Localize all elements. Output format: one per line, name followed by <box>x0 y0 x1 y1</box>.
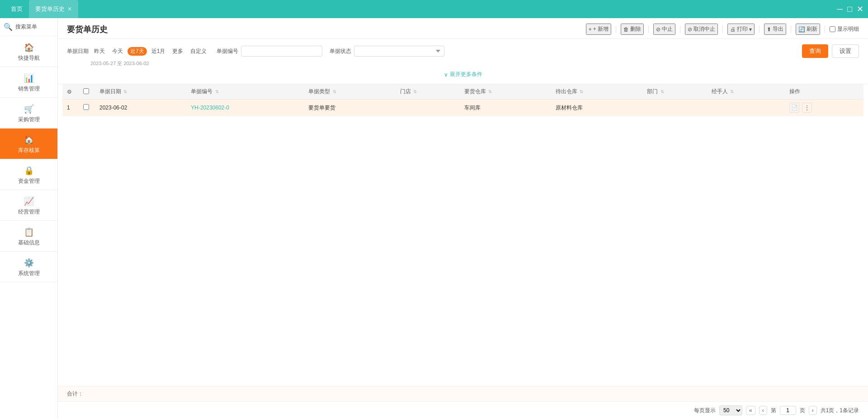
row-pending-warehouse: 原材料仓库 <box>551 100 642 116</box>
sidebar-item-purchase[interactable]: 🛒 采购管理 <box>0 98 57 129</box>
new-button[interactable]: + + 新增 <box>586 24 611 35</box>
table-wrapper: ⚙ 单据日期 ⇅ 单据编号 ⇅ <box>58 84 868 386</box>
next-page-btn[interactable]: › <box>809 406 817 415</box>
table-header-row: ⚙ 单据日期 ⇅ 单据编号 ⇅ <box>62 84 863 100</box>
order-no-link[interactable]: YH-20230602-0 <box>191 105 229 111</box>
select-all-checkbox[interactable] <box>83 88 89 94</box>
expand-more-btn[interactable]: ∨ 展开更多条件 <box>67 71 859 78</box>
sidebar-item-label: 采购管理 <box>18 116 40 124</box>
stop-label: 中止 <box>662 25 673 33</box>
th-settings[interactable]: ⚙ <box>62 84 79 100</box>
date-pill-more[interactable]: 更多 <box>170 47 186 56</box>
display-detail-toggle[interactable]: 显示明细 <box>830 25 859 33</box>
stop-icon: ⊘ <box>656 26 660 33</box>
sep6 <box>791 26 791 33</box>
th-order-type[interactable]: 单据类型 ⇅ <box>304 84 395 100</box>
date-pill-today[interactable]: 今天 <box>109 47 126 56</box>
th-date[interactable]: 单据日期 ⇅ <box>95 84 186 100</box>
status-select[interactable] <box>354 46 444 57</box>
first-page-btn[interactable]: « <box>746 406 755 415</box>
delete-button[interactable]: 🗑 删除 <box>621 24 644 35</box>
summary-label: 合计： <box>67 390 83 397</box>
row-select-checkbox[interactable] <box>83 104 89 110</box>
sidebar-item-label: 基础信息 <box>18 239 40 247</box>
print-arrow-icon: ▾ <box>749 26 752 33</box>
basic-info-icon: 📋 <box>24 227 34 237</box>
th-handler[interactable]: 经手人 ⇅ <box>707 84 785 100</box>
action-icons: 📄 ⋮ <box>789 103 859 113</box>
display-detail-checkbox[interactable] <box>830 26 835 32</box>
order-table: ⚙ 单据日期 ⇅ 单据编号 ⇅ <box>62 84 863 116</box>
prev-page-btn[interactable]: ‹ <box>759 406 767 415</box>
row-order-type: 要货单要货 <box>304 100 395 116</box>
row-more-icon[interactable]: ⋮ <box>802 103 812 113</box>
cancel-stop-button[interactable]: ⊘ 取消中止 <box>685 24 718 35</box>
order-no-label: 单据编号 <box>217 48 238 55</box>
stop-button[interactable]: ⊘ 中止 <box>653 24 675 35</box>
system-icon: ⚙️ <box>24 258 34 268</box>
th-date-label: 单据日期 <box>99 88 121 95</box>
date-pill-7days[interactable]: 近7天 <box>127 47 147 56</box>
per-page-select[interactable]: 50 10 20 100 <box>719 405 742 415</box>
page-input[interactable]: 1 <box>780 406 796 415</box>
tab-order-history[interactable]: 要货单历史 ✕ <box>29 0 78 18</box>
refresh-button[interactable]: 🔄 刷新 <box>796 24 820 35</box>
sidebar-item-quick-nav[interactable]: 🏠 快捷导航 <box>0 36 57 67</box>
sort-store-icon: ⇅ <box>413 89 417 94</box>
per-page-label: 每页显示 <box>694 407 716 414</box>
date-pill-custom[interactable]: 自定义 <box>188 47 209 56</box>
tab-close-icon[interactable]: ✕ <box>67 6 72 12</box>
row-date: 2023-06-02 <box>95 100 186 116</box>
row-view-icon[interactable]: 📄 <box>789 103 799 113</box>
sort-pending-warehouse-icon: ⇅ <box>580 89 583 94</box>
date-pill-yesterday[interactable]: 昨天 <box>91 47 108 56</box>
th-pending-warehouse[interactable]: 待出仓库 ⇅ <box>551 84 642 100</box>
refresh-icon: 🔄 <box>798 26 805 33</box>
print-button[interactable]: 🖨 打印 ▾ <box>727 24 755 35</box>
sidebar: 🔍 搜索菜单 🏠 快捷导航 📊 销售管理 🛒 采购管理 🏠 库存核算 🔒 资金管… <box>0 18 58 419</box>
status-filter-group: 单据状态 <box>330 46 444 57</box>
th-req-warehouse[interactable]: 要货仓库 ⇅ <box>460 84 551 100</box>
date-filter-label: 单据日期 <box>67 48 89 55</box>
sep1 <box>616 26 616 33</box>
filter-bar: 单据日期 昨天 今天 近7天 近1月 更多 自定义 单据编号 <box>58 39 868 84</box>
sidebar-item-label: 经营管理 <box>18 208 40 216</box>
query-button[interactable]: 查询 <box>802 44 828 58</box>
sort-date-icon: ⇅ <box>123 89 127 94</box>
sales-icon: 📊 <box>24 73 34 83</box>
th-dept[interactable]: 部门 ⇅ <box>642 84 707 100</box>
th-checkbox <box>79 84 95 100</box>
sidebar-item-basic-info[interactable]: 📋 基础信息 <box>0 221 57 252</box>
th-store[interactable]: 门店 ⇅ <box>396 84 460 100</box>
sidebar-item-operations[interactable]: 📈 经营管理 <box>0 190 57 221</box>
order-no-filter-group: 单据编号 <box>217 46 322 57</box>
sep2 <box>648 26 649 33</box>
row-order-no: YH-20230602-0 <box>186 100 304 116</box>
new-label: + 新增 <box>593 25 609 33</box>
th-order-no[interactable]: 单据编号 ⇅ <box>186 84 304 100</box>
order-no-input[interactable] <box>241 46 322 57</box>
date-pill-1month[interactable]: 近1月 <box>149 47 168 56</box>
sidebar-item-finance[interactable]: 🔒 资金管理 <box>0 159 57 190</box>
expand-more-icon: ∨ <box>444 71 448 78</box>
settings-button[interactable]: 设置 <box>832 44 859 58</box>
th-action-label: 操作 <box>789 88 800 95</box>
delete-icon: 🗑 <box>623 26 629 33</box>
tab-home[interactable]: 首页 <box>5 0 29 18</box>
window-minimize-icon[interactable]: ─ <box>837 5 843 14</box>
summary-bar: 合计： <box>58 386 868 401</box>
window-close-icon[interactable]: ✕ <box>857 4 863 14</box>
finance-icon: 🔒 <box>24 166 34 176</box>
sort-order-type-icon: ⇅ <box>333 89 336 94</box>
sidebar-item-inventory[interactable]: 🏠 库存核算 <box>0 129 57 159</box>
sidebar-item-system[interactable]: ⚙️ 系统管理 <box>0 252 57 282</box>
row-req-warehouse: 车间库 <box>460 100 551 116</box>
tab-home-label: 首页 <box>11 5 23 13</box>
sidebar-item-sales[interactable]: 📊 销售管理 <box>0 67 57 98</box>
th-action: 操作 <box>785 84 863 100</box>
search-menu[interactable]: 🔍 搜索菜单 <box>0 18 57 36</box>
window-maximize-icon[interactable]: □ <box>847 5 852 14</box>
export-button[interactable]: ⬆ 导出 <box>764 24 786 35</box>
cancel-stop-label: 取消中止 <box>693 25 715 33</box>
inventory-icon: 🏠 <box>24 135 34 145</box>
